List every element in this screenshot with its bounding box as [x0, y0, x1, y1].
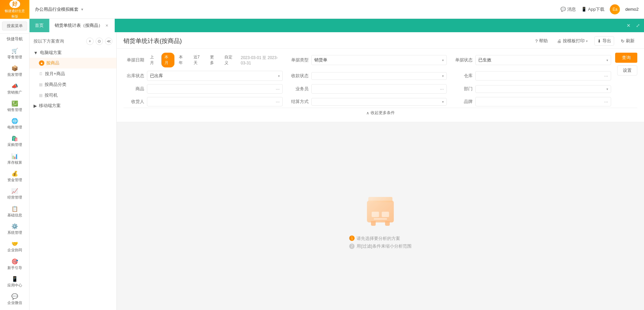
sidebar-item-inventory[interactable]: 📊库存核算 — [1, 150, 28, 167]
date-btn-this-year[interactable]: 本年 — [176, 53, 189, 67]
sidebar-item-quicknav[interactable]: 快捷导航 — [0, 34, 29, 45]
product-dots[interactable]: ··· — [276, 86, 280, 92]
inventory-label: 库存核算 — [7, 160, 22, 165]
filter-row-1: 单据日期 上月 本月 本年 近7天 更多 自定义 2023-03-01 至 20… — [123, 53, 637, 106]
date-btn-this-month[interactable]: 本月 — [161, 53, 174, 67]
hint-num-2: 2 — [349, 244, 355, 249]
sidebar-item-basic-info[interactable]: 📋基础信息 — [1, 203, 28, 220]
product-select[interactable]: ··· — [147, 84, 283, 94]
user-avatar[interactable]: Ea — [610, 4, 620, 14]
sidebar-item-operations[interactable]: 📈经营管理 — [1, 185, 28, 202]
app-download-btn[interactable]: 📱 App下载 — [581, 6, 604, 12]
refresh-btn[interactable]: ↻ 刷新 — [618, 37, 637, 45]
tab-home[interactable]: 首页 — [30, 19, 49, 32]
enterprise-label: 企业协同 — [7, 248, 22, 252]
date-btn-7days[interactable]: 近7天 — [191, 53, 206, 67]
sidebar-item-member[interactable]: 👑畅会员 — [1, 308, 28, 310]
app-logo[interactable]: 好 畅捷通好生意 标版 — [0, 0, 29, 19]
brand-dots[interactable]: ··· — [604, 99, 608, 104]
date-btn-custom[interactable]: 自定义 — [221, 53, 238, 67]
payment-select[interactable]: ▾ — [311, 72, 447, 80]
mobile-scheme-label: 移动端方案 — [39, 103, 61, 109]
setting-btn[interactable]: 设置 — [617, 65, 637, 75]
system-icon: ⚙️ — [11, 223, 18, 229]
mobile-section-arrow: ▶ — [34, 103, 37, 108]
sidebar-item-finance[interactable]: 💰资金管理 — [1, 168, 28, 185]
tab-report[interactable]: 销货单统计表（按商品） ✕ — [49, 19, 115, 32]
pc-scheme-section[interactable]: ▼ 电脑端方案 — [30, 48, 116, 58]
industry-dropdown-arrow[interactable]: ▾ — [81, 7, 83, 12]
filter-left-cols: 单据日期 上月 本月 本年 近7天 更多 自定义 2023-03-01 至 20… — [123, 53, 611, 106]
message-btn[interactable]: 💬 消息 — [560, 6, 576, 12]
scheme-by-driver[interactable]: ▦ 按司机 — [30, 90, 116, 101]
mobile-scheme-section[interactable]: ▶ 移动端方案 — [30, 101, 116, 111]
industry-title: 办公用品行业模拟账套 — [35, 6, 78, 12]
help-btn[interactable]: ? 帮助 — [533, 37, 550, 45]
scheme-by-category[interactable]: ▦ 按商品分类 — [30, 79, 116, 90]
salesperson-control: ··· — [311, 84, 447, 94]
scheme-by-product[interactable]: ● 按商品 — [30, 58, 116, 68]
user-name[interactable]: demo2 — [625, 7, 639, 12]
app-download-label: App下载 — [588, 6, 604, 12]
doc-type-select[interactable]: 销货单 ▾ — [311, 55, 447, 65]
inventory-icon: 📊 — [11, 153, 18, 159]
consignee-dots[interactable]: ··· — [276, 99, 280, 104]
tab-close-btn[interactable]: ✕ — [105, 23, 109, 28]
box-mouth — [374, 218, 387, 220]
ecommerce-label: 电商管理 — [7, 125, 22, 130]
scheme-by-month-product[interactable]: 🗓 按月+商品 — [30, 68, 116, 79]
sidebar-item-ecommerce[interactable]: 🌐电商管理 — [1, 115, 28, 132]
app-download-icon: 📱 — [581, 7, 587, 12]
sidebar-item-sales[interactable]: 💹销售管理 — [1, 98, 28, 115]
tabbar: 首页 销货单统计表（按商品） ✕ ✕ ⤢ — [30, 19, 644, 32]
warehouse-select[interactable]: ··· — [475, 71, 611, 81]
doc-status-select[interactable]: 已生效 ▾ — [475, 55, 611, 65]
empty-hint-2: 2 用[过滤]条件来缩小分析范围 — [349, 242, 411, 250]
query-btn[interactable]: 查询 — [615, 53, 637, 63]
by-product-icon: ● — [39, 60, 44, 66]
sidebar-item-wholesale[interactable]: 📦批发管理 — [1, 62, 28, 80]
warehouse-dots[interactable]: ··· — [604, 73, 608, 79]
sidebar-item-purchase[interactable]: 🛍️采购管理 — [1, 133, 28, 150]
add-scheme-btn[interactable]: + — [86, 38, 94, 45]
sidebar-item-enterprise[interactable]: 🤝企业协同 — [1, 238, 28, 255]
print-btn[interactable]: 🖨 按模板打印 ▾ — [554, 37, 590, 45]
wechat-icon: 💬 — [11, 293, 18, 300]
logo-text: 畅捷通好生意 — [5, 9, 25, 13]
doc-status-label: 单据状态 — [453, 57, 475, 63]
sidebar-item-wechat[interactable]: 💬企业微信 — [1, 291, 28, 308]
brand-select[interactable]: ··· — [475, 97, 611, 106]
collapse-panel-btn[interactable]: ≪ — [105, 38, 112, 45]
search-menu-btn[interactable]: 搜索菜单 — [2, 21, 27, 31]
settlement-select[interactable]: ▾ — [311, 98, 447, 106]
collapse-bar[interactable]: ∧ 收起更多条件 — [123, 108, 637, 118]
salesperson-dots[interactable]: ··· — [440, 86, 444, 92]
date-btn-last-month[interactable]: 上月 — [147, 53, 160, 67]
sidebar-item-onboarding[interactable]: 🎯新手引导 — [1, 256, 28, 273]
tab-close-all-btn[interactable]: ✕ — [625, 21, 632, 30]
sidebar-item-app-center[interactable]: 📱应用中心 — [1, 273, 28, 290]
by-month-label: 按月+商品 — [45, 71, 65, 77]
export-btn[interactable]: ⬇ 导出 — [594, 36, 614, 46]
salesperson-select[interactable]: ··· — [311, 84, 447, 94]
avatar-text: Ea — [612, 7, 618, 12]
date-group: 上月 本月 本年 近7天 更多 自定义 2023-03-01 至 2023-03… — [147, 53, 283, 67]
sidebar-item-marketing[interactable]: 📣营销推广 — [1, 80, 28, 97]
sidebar-item-system[interactable]: ⚙️系统管理 — [1, 220, 28, 238]
edit-scheme-btn[interactable]: ⊙ — [96, 38, 103, 45]
app-center-label: 应用中心 — [7, 283, 22, 288]
doc-status-value: 已生效 — [478, 57, 491, 63]
department-select[interactable]: ▾ — [475, 85, 611, 93]
sidebar: 好 畅捷通好生意 标版 搜索菜单 快捷导航 🛒零售管理📦批发管理📣营销推广💹销售… — [0, 0, 30, 310]
tab-expand-btn[interactable]: ⤢ — [635, 21, 641, 30]
date-btn-more[interactable]: 更多 — [207, 53, 220, 67]
out-status-select[interactable]: 已出库 ▾ — [147, 71, 283, 81]
section-arrow: ▼ — [34, 50, 38, 55]
filter-area: 单据日期 上月 本月 本年 近7天 更多 自定义 2023-03-01 至 20… — [117, 49, 644, 122]
sidebar-item-retail[interactable]: 🛒零售管理 — [1, 45, 28, 62]
out-status-value: 已出库 — [150, 73, 163, 79]
consignee-select[interactable]: ··· — [147, 97, 283, 106]
by-driver-label: 按司机 — [45, 92, 58, 98]
payment-label: 收款状态 — [289, 73, 311, 79]
warehouse-control: ··· — [475, 71, 611, 81]
